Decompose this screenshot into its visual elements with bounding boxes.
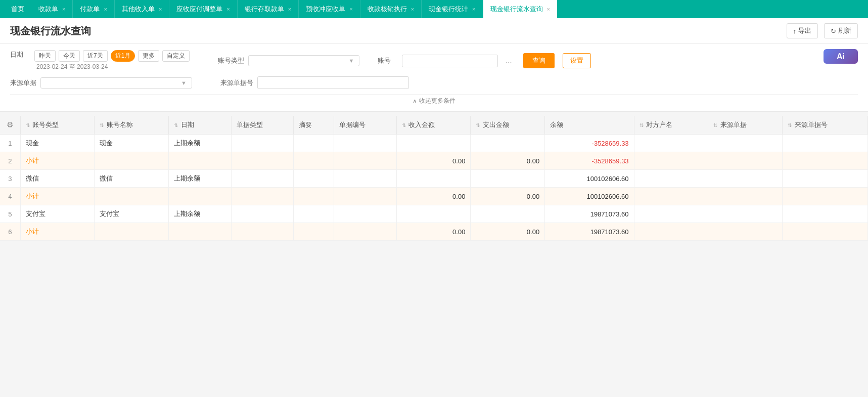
sort-icon: ⇅ <box>788 122 792 128</box>
col-gear[interactable]: ⚙ <box>0 116 20 135</box>
header-actions: ↑ 导出 ↻ 刷新 <box>787 23 858 38</box>
table-row: 5支付宝支付宝上期余额19871073.60 <box>0 205 868 223</box>
nav-tab-cash-bank-stats[interactable]: 现金银行统计 × <box>422 0 483 18</box>
sort-icon: ⇅ <box>476 122 480 128</box>
close-icon[interactable]: × <box>349 6 352 12</box>
col-counterpart[interactable]: ⇅ 对方户名 <box>634 116 708 135</box>
table-cell <box>294 205 334 223</box>
source-voucher-no-input[interactable] <box>257 76 409 89</box>
settings-button[interactable]: 设置 <box>563 53 591 68</box>
source-voucher-label: 来源单据 <box>10 78 36 87</box>
sort-icon: ⇅ <box>26 122 30 128</box>
table-cell <box>783 223 868 241</box>
date-btn-yesterday[interactable]: 昨天 <box>34 50 56 62</box>
table-cell <box>334 188 396 205</box>
close-icon[interactable]: × <box>288 6 291 12</box>
account-type-select[interactable]: ▼ <box>248 55 359 66</box>
col-account-type[interactable]: ⇅ 账号类型 <box>20 116 95 135</box>
refresh-button[interactable]: ↻ 刷新 <box>824 23 858 38</box>
nav-home[interactable]: 首页 <box>4 0 31 18</box>
close-icon[interactable]: × <box>159 6 162 12</box>
account-input[interactable] <box>402 55 498 67</box>
table-cell <box>783 152 868 170</box>
col-income[interactable]: ⇅ 收入金额 <box>396 116 471 135</box>
sort-icon: ⇅ <box>402 122 406 128</box>
table-cell: 19871073.60 <box>545 223 634 241</box>
collapse-bar[interactable]: ∧ 收起更多条件 <box>10 94 858 107</box>
table-cell: 5 <box>0 205 20 223</box>
col-date[interactable]: ⇅ 日期 <box>169 116 232 135</box>
table-cell <box>231 170 294 188</box>
col-expense[interactable]: ⇅ 支出金额 <box>471 116 545 135</box>
page-header: 现金银行流水查询 ↑ 导出 ↻ 刷新 <box>0 18 868 44</box>
table-cell: -3528659.33 <box>545 152 634 170</box>
table-cell: 100102606.60 <box>545 170 634 188</box>
date-btn-more[interactable]: 更多 <box>138 50 159 62</box>
col-voucher-type: 单据类型 <box>231 116 294 135</box>
ai-badge[interactable]: Ai <box>824 49 858 64</box>
table-cell <box>708 135 783 152</box>
table-cell <box>783 188 868 205</box>
account-label: 账号 <box>378 56 398 65</box>
table-cell <box>396 170 471 188</box>
nav-tab-adjustment[interactable]: 应收应付调整单 × <box>169 0 237 18</box>
source-voucher-select[interactable]: ▼ <box>40 77 192 89</box>
table-cell <box>396 135 471 152</box>
nav-tab-payment[interactable]: 付款单 × <box>73 0 114 18</box>
col-source-voucher-no[interactable]: ⇅ 来源单据号 <box>783 116 868 135</box>
query-button[interactable]: 查询 <box>523 53 555 68</box>
nav-tab-receipt[interactable]: 收款单 × <box>31 0 73 18</box>
nav-tab-cash-bank-flow[interactable]: 现金银行流水查询 × <box>483 0 557 18</box>
close-icon[interactable]: × <box>411 6 414 12</box>
table-cell <box>95 188 169 205</box>
collapse-icon: ∧ <box>413 98 417 105</box>
table-cell: 支付宝 <box>20 205 95 223</box>
table-cell <box>708 152 783 170</box>
close-icon[interactable]: × <box>104 6 107 12</box>
table-cell: 上期余额 <box>169 205 232 223</box>
table-row: 6小计0.000.0019871073.60 <box>0 223 868 241</box>
table-cell <box>634 188 708 205</box>
filter-row-date: 日期 昨天 今天 近7天 近1月 更多 自定义 2023-02-24 至 202… <box>10 50 858 71</box>
table-cell: -3528659.33 <box>545 135 634 152</box>
table-row: 4小计0.000.00100102606.60 <box>0 188 868 205</box>
date-btn-1month[interactable]: 近1月 <box>111 50 135 62</box>
col-account-name[interactable]: ⇅ 账号名称 <box>95 116 169 135</box>
nav-tab-verify[interactable]: 收款核销执行 × <box>360 0 422 18</box>
date-btn-7days[interactable]: 近7天 <box>83 50 108 62</box>
filter-row-source: 来源单据 ▼ 来源单据号 <box>10 76 858 89</box>
date-btn-today[interactable]: 今天 <box>59 50 80 62</box>
table-row: 3微信微信上期余额100102606.60 <box>0 170 868 188</box>
table-cell: 支付宝 <box>95 205 169 223</box>
table-cell: 0.00 <box>396 152 471 170</box>
nav-tab-other-income[interactable]: 其他收入单 × <box>115 0 169 18</box>
filter-area: 日期 昨天 今天 近7天 近1月 更多 自定义 2023-02-24 至 202… <box>0 44 868 112</box>
table-body: 1现金现金上期余额-3528659.332小计0.000.00-3528659.… <box>0 135 868 241</box>
table-cell <box>634 135 708 152</box>
gear-icon[interactable]: ⚙ <box>7 120 13 129</box>
close-icon[interactable]: × <box>226 6 230 12</box>
more-dots[interactable]: ... <box>502 56 515 65</box>
table-cell: 微信 <box>20 170 95 188</box>
close-icon[interactable]: × <box>62 6 65 12</box>
sort-icon: ⇅ <box>639 122 644 128</box>
close-icon[interactable]: × <box>547 6 550 12</box>
table-cell <box>396 205 471 223</box>
table-cell: 3 <box>0 170 20 188</box>
table-cell <box>708 170 783 188</box>
col-source-voucher[interactable]: ⇅ 来源单据 <box>708 116 783 135</box>
table-cell <box>471 205 545 223</box>
date-btn-custom[interactable]: 自定义 <box>162 50 190 62</box>
table-cell: 0.00 <box>471 152 545 170</box>
table-cell: 上期余额 <box>169 170 232 188</box>
table-cell <box>294 188 334 205</box>
table-cell <box>231 188 294 205</box>
table-cell <box>471 170 545 188</box>
close-icon[interactable]: × <box>472 6 475 12</box>
table-cell <box>231 223 294 241</box>
export-button[interactable]: ↑ 导出 <box>787 23 818 38</box>
nav-tab-bank-deposit[interactable]: 银行存取款单 × <box>238 0 299 18</box>
table-cell <box>634 152 708 170</box>
table-cell <box>169 188 232 205</box>
nav-tab-prepay[interactable]: 预收冲应收单 × <box>299 0 360 18</box>
